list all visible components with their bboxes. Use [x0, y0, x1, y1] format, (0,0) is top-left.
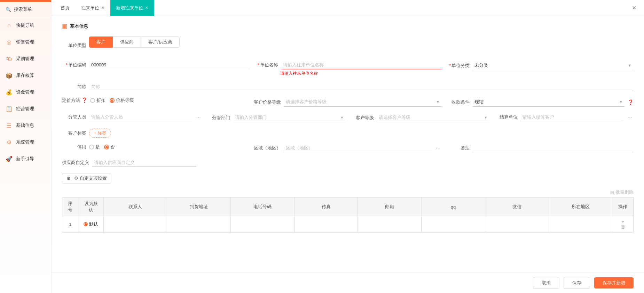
home-icon: ⌂ [6, 22, 13, 29]
cell-region[interactable] [549, 216, 612, 233]
pricing-discount-radio[interactable] [90, 98, 95, 103]
settlement-unit-input[interactable] [520, 113, 623, 121]
phone-input[interactable] [234, 222, 291, 227]
batch-delete-label[interactable]: 批量删除 [615, 189, 634, 195]
close-unit-list-icon[interactable]: ✕ [101, 6, 104, 10]
supplier-custom-input[interactable] [92, 158, 196, 167]
cell-fax[interactable] [294, 216, 358, 233]
purchase-icon: 🛍 [6, 55, 13, 62]
region-more-icon[interactable]: ··· [434, 145, 442, 151]
default-label: 默认 [89, 221, 98, 227]
close-all-tabs-button[interactable]: ✕ [628, 5, 641, 11]
pricing-discount-label: 折扣 [96, 97, 105, 104]
unit-type-both-btn[interactable]: 客户/供应商 [141, 36, 180, 48]
remark-field: 备注 [445, 144, 634, 152]
supplier-custom-label: 供应商自定义 [62, 160, 89, 166]
disabled-yes-radio[interactable] [89, 145, 94, 149]
basic-icon: ☰ [6, 122, 13, 129]
close-add-unit-icon[interactable]: ✕ [145, 6, 148, 10]
cell-address[interactable] [167, 216, 231, 233]
row-add-icon[interactable]: + [621, 219, 624, 224]
save-button[interactable]: 保存 [564, 277, 590, 289]
default-radio[interactable] [84, 222, 88, 226]
save-and-new-button[interactable]: 保存并新增 [594, 277, 634, 288]
qq-input[interactable] [425, 222, 481, 227]
cell-qq[interactable] [422, 216, 485, 233]
pricing-level-label: 价格等级 [116, 97, 134, 104]
department-field: 分管部门 请输入分管部门 ▼ [206, 113, 346, 122]
wechat-input[interactable] [489, 222, 545, 227]
payment-condition-select[interactable]: 现结 ▼ [472, 97, 625, 107]
pricing-discount-option[interactable]: 折扣 [90, 97, 105, 104]
disabled-yes-option[interactable]: 是 [89, 144, 100, 150]
sidebar-item-inventory[interactable]: 📦 库存核算 [0, 67, 51, 84]
cell-phone[interactable] [231, 216, 294, 233]
unit-category-field: *单位分类 未分类 ▼ [445, 61, 634, 70]
manager-more-icon[interactable]: ··· [195, 114, 202, 120]
price-level-chevron-icon: ▼ [436, 100, 440, 104]
unit-type-label: 单位类型 [62, 42, 86, 49]
settlement-unit-field: 结算单位 ··· [493, 113, 634, 121]
remark-label: 备注 [445, 145, 470, 151]
tab-add-unit[interactable]: 新增往来单位 ✕ [110, 0, 154, 16]
finance-icon: 💰 [6, 89, 13, 96]
customer-level-select[interactable]: 请选择客户等级 ▼ [377, 113, 490, 122]
table-region-input[interactable] [552, 222, 609, 227]
sidebar-item-quick-nav[interactable]: ⌂ 快捷导航 [0, 17, 51, 34]
sidebar-label-system: 系统管理 [16, 139, 34, 145]
email-input[interactable] [361, 222, 418, 227]
address-input[interactable] [171, 222, 227, 227]
fax-input[interactable] [298, 222, 354, 227]
sidebar-item-operation[interactable]: 📋 经营管理 [0, 100, 51, 117]
cell-index: 1 [62, 216, 78, 233]
cell-email[interactable] [358, 216, 422, 233]
unit-code-input[interactable] [89, 61, 250, 69]
pricing-level-option[interactable]: 价格等级 [110, 97, 134, 104]
col-fax: 传真 [294, 198, 358, 216]
unit-name-input[interactable] [281, 61, 442, 69]
abbr-input[interactable] [89, 83, 634, 91]
col-wechat: 微信 [485, 198, 549, 216]
contact-input[interactable] [107, 222, 164, 227]
department-label: 分管部门 [206, 115, 230, 121]
department-select[interactable]: 请输入分管部门 ▼ [233, 113, 346, 122]
unit-category-select[interactable]: 未分类 ▼ [472, 61, 634, 70]
unit-type-row: 单位类型 客户 供应商 客户/供应商 [62, 36, 634, 55]
region-field: 区域（地区） ··· [254, 144, 442, 152]
tab-home[interactable]: 首页 [55, 0, 76, 16]
unit-type-supplier-btn[interactable]: 供应商 [113, 36, 141, 48]
region-input[interactable] [284, 144, 432, 152]
search-menu[interactable]: 🔍 搜索菜单 [0, 2, 51, 17]
sidebar-item-basic[interactable]: ☰ 基础信息 [0, 117, 51, 134]
manager-input[interactable] [89, 113, 192, 121]
payment-help-icon[interactable]: ❓ [628, 99, 634, 105]
sidebar-item-sales[interactable]: ◎ 销售管理 [0, 34, 51, 50]
cell-wechat[interactable] [485, 216, 549, 233]
unit-type-customer-btn[interactable]: 客户 [89, 36, 113, 48]
remark-input[interactable] [472, 144, 634, 152]
pricing-level-radio[interactable] [110, 98, 115, 103]
customer-level-chevron-icon: ▼ [484, 115, 488, 120]
customer-price-level-select[interactable]: 请选择客户价格等级 ▼ [284, 97, 442, 107]
disabled-radio-group: 是 否 [89, 144, 115, 150]
row-disabled-region: 停用 是 否 区域（地区） ··· [62, 144, 634, 152]
pricing-help-icon[interactable]: ❓ [81, 97, 87, 103]
row-delete-icon[interactable]: 🗑 [621, 224, 625, 229]
row-code-name-category: *单位编码 *单位名称 请输入往来单位名称 *单位分类 [62, 61, 634, 76]
customer-level-field: 客户等级 请选择客户等级 ▼ [350, 113, 490, 122]
sidebar-label-finance: 资金管理 [16, 89, 34, 95]
add-tag-button[interactable]: + 标签 [89, 129, 111, 138]
disabled-no-radio[interactable] [104, 145, 109, 149]
sidebar-item-purchase[interactable]: 🛍 采购管理 [0, 50, 51, 67]
custom-settings-button[interactable]: ⚙ ⚙ 自定义项设置 [62, 173, 111, 184]
col-contact: 联系人 [103, 198, 167, 216]
sidebar-item-newbie[interactable]: 🚀 新手引导 [0, 150, 51, 167]
cancel-button[interactable]: 取消 [533, 277, 559, 289]
table-header-row: 序号 设为默认 联系人 到货地址 电话号码 传真 邮箱 qq 微信 所在地区 操… [62, 198, 634, 216]
sidebar-item-finance[interactable]: 💰 资金管理 [0, 84, 51, 100]
disabled-no-option[interactable]: 否 [104, 144, 115, 150]
tab-unit-list[interactable]: 往来单位 ✕ [76, 0, 110, 16]
settlement-unit-more-icon[interactable]: ··· [626, 114, 634, 120]
sidebar-item-system[interactable]: ⚙ 系统管理 [0, 134, 51, 150]
cell-contact[interactable] [103, 216, 167, 233]
